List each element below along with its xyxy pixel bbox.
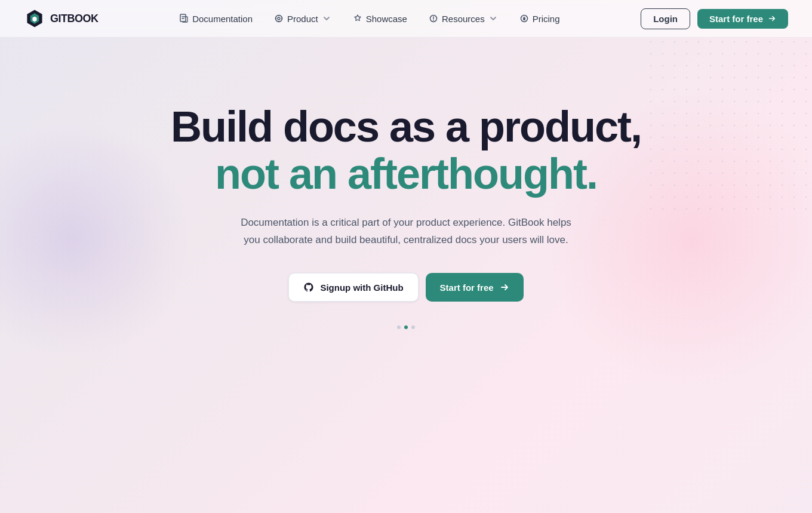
- login-button[interactable]: Login: [641, 8, 690, 29]
- arrow-right-icon: [768, 14, 776, 23]
- hero-subtitle: Documentation is a critical part of your…: [239, 214, 573, 249]
- scroll-dot-2: [404, 325, 408, 329]
- svg-rect-0: [180, 14, 186, 21]
- resources-icon: [429, 14, 438, 23]
- nav-start-free-label: Start for free: [709, 14, 763, 24]
- nav-product-label: Product: [287, 14, 318, 24]
- nav-documentation-label: Documentation: [192, 14, 253, 24]
- nav-showcase-label: Showcase: [366, 14, 407, 24]
- gitbook-logo-icon: [24, 8, 45, 29]
- resources-chevron-icon: [488, 14, 498, 23]
- nav-center: Documentation Product Showcase: [170, 9, 569, 29]
- product-chevron-icon: [322, 14, 331, 23]
- scroll-indicator: [397, 325, 415, 329]
- pricing-icon: [519, 14, 529, 23]
- hero-start-free-button[interactable]: Start for free: [426, 273, 524, 302]
- scroll-dot-1: [397, 325, 401, 329]
- github-signup-label: Signup with GitHub: [320, 282, 403, 293]
- logo[interactable]: GITBOOK: [24, 8, 99, 29]
- showcase-icon: [353, 14, 362, 23]
- documentation-icon: [179, 14, 189, 23]
- nav-pricing-label: Pricing: [533, 14, 560, 24]
- hero-arrow-right-icon: [500, 282, 509, 292]
- hero-title-teal: not an afterthought.: [215, 150, 597, 198]
- github-signup-button[interactable]: Signup with GitHub: [288, 273, 418, 302]
- github-icon: [303, 282, 314, 293]
- svg-point-2: [278, 17, 280, 20]
- nav-start-free-button[interactable]: Start for free: [697, 9, 788, 29]
- hero-title-black: Build docs as a product,: [171, 103, 641, 150]
- nav-documentation[interactable]: Documentation: [170, 9, 262, 29]
- nav-left: GITBOOK: [24, 8, 99, 29]
- nav-pricing[interactable]: Pricing: [510, 9, 570, 29]
- nav-resources-label: Resources: [442, 14, 485, 24]
- nav-right: Login Start for free: [641, 8, 788, 29]
- navbar: GITBOOK Documentation Product: [0, 0, 812, 38]
- hero-section: Build docs as a product, not an aftertho…: [0, 38, 812, 365]
- nav-product[interactable]: Product: [264, 9, 341, 29]
- nav-resources[interactable]: Resources: [419, 9, 508, 29]
- scroll-dot-3: [411, 325, 415, 329]
- hero-title-line1: Build docs as a product, not an aftertho…: [171, 103, 641, 198]
- nav-showcase[interactable]: Showcase: [343, 9, 417, 29]
- product-icon: [274, 14, 284, 23]
- hero-start-free-label: Start for free: [440, 282, 494, 293]
- hero-buttons: Signup with GitHub Start for free: [288, 273, 523, 302]
- logo-text: GITBOOK: [50, 13, 99, 25]
